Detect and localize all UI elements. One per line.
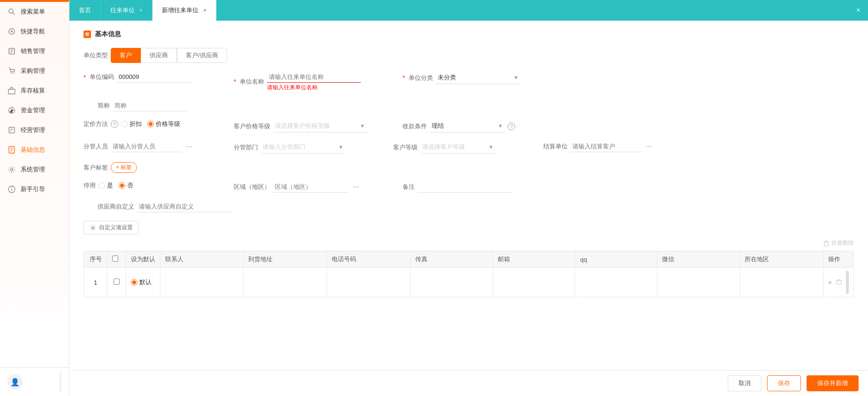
settlement-unit-field: 结算单位 ··· xyxy=(543,141,652,152)
sidebar-item-inventory[interactable]: 库存核算 xyxy=(0,81,69,101)
department-select[interactable]: 请输入分管部门 ▼ xyxy=(261,141,345,154)
save-new-btn[interactable]: 保存并新增 xyxy=(807,375,859,391)
customer-level-placeholder: 请选择客户等级 xyxy=(422,143,487,151)
sidebar-item-base-info-label: 基础信息 xyxy=(21,146,45,154)
region-input[interactable] xyxy=(273,181,348,193)
settlement-unit-label: 结算单位 xyxy=(543,142,568,151)
form-row-unit-info: * 单位编码 * 单位名称 请输入往来单位名称 * 单位分类 未分类 ▼ xyxy=(84,71,854,92)
disabled-no-label: 否 xyxy=(127,181,133,190)
unit-category-required: * xyxy=(403,74,405,81)
manager-input[interactable] xyxy=(111,141,181,152)
settings-row: 自定义项设置 xyxy=(84,221,854,234)
sidebar-scroll[interactable] xyxy=(60,373,61,391)
row-seq: 1 xyxy=(84,268,107,297)
customer-level-select[interactable]: 请选择客户等级 ▼ xyxy=(420,141,495,154)
operations-icon xyxy=(8,126,16,134)
type-btn-customer[interactable]: 客户 xyxy=(111,48,141,63)
row-default-radio[interactable]: 默认 xyxy=(131,278,155,287)
sidebar-item-new-guide[interactable]: 新手引导 xyxy=(0,179,69,199)
row-wechat-input[interactable] xyxy=(662,279,735,286)
save-btn[interactable]: 保存 xyxy=(767,375,801,391)
pricing-discount-radio[interactable]: 折扣 xyxy=(121,120,142,128)
type-btn-both[interactable]: 客户/供应商 xyxy=(177,48,227,63)
row-email-input[interactable] xyxy=(498,279,571,286)
row-qq-cell[interactable] xyxy=(575,268,657,297)
form-row-tags: 客户标签 + 标签 xyxy=(84,162,854,173)
sidebar-item-operations[interactable]: 经营管理 xyxy=(0,120,69,140)
sidebar-item-new-guide-label: 新手引导 xyxy=(21,185,45,194)
col-email: 邮箱 xyxy=(493,251,575,268)
row-fax-cell[interactable] xyxy=(411,268,493,297)
sidebar-item-search[interactable]: 搜索菜单 xyxy=(0,2,69,22)
customer-level-label: 客户等级 xyxy=(393,143,418,152)
sidebar-item-base-info[interactable]: 基础信息 xyxy=(0,140,69,160)
pricing-help-icon[interactable]: ? xyxy=(111,120,118,128)
tab-contacts[interactable]: 往来单位 × xyxy=(101,0,152,21)
row-contact-cell[interactable] xyxy=(160,268,244,297)
disabled-label: 停用 xyxy=(84,181,96,190)
sidebar-item-finance[interactable]: 资金管理 xyxy=(0,101,69,120)
row-region-input[interactable] xyxy=(745,279,818,286)
sidebar-item-purchase[interactable]: 采购管理 xyxy=(0,61,69,81)
payment-terms-arrow: ▼ xyxy=(498,123,503,129)
tab-new-contact-label: 新增往来单位 xyxy=(162,6,198,15)
custom-settings-btn[interactable]: 自定义项设置 xyxy=(84,221,139,234)
col-contact: 联系人 xyxy=(160,251,244,268)
manager-more-btn[interactable]: ··· xyxy=(186,142,192,151)
row-wechat-cell[interactable] xyxy=(657,268,739,297)
inventory-icon xyxy=(8,86,16,95)
row-fax-input[interactable] xyxy=(415,279,488,286)
tab-bar-close-btn[interactable]: × xyxy=(849,0,868,21)
row-add-btn[interactable]: + xyxy=(828,279,832,286)
disabled-no-radio[interactable]: 否 xyxy=(119,181,133,190)
payment-terms-value: 现结 xyxy=(432,122,496,130)
sidebar-item-sales[interactable]: 销售管理 xyxy=(0,41,69,61)
unit-category-field: * 单位分类 未分类 ▼ xyxy=(403,71,520,84)
payment-terms-help-icon[interactable]: ? xyxy=(508,123,515,130)
disabled-yes-radio[interactable]: 是 xyxy=(99,181,113,190)
unit-code-label: 单位编码 xyxy=(90,73,114,81)
row-email-cell[interactable] xyxy=(493,268,575,297)
row-address-input[interactable] xyxy=(248,279,322,286)
supplier-custom-input[interactable] xyxy=(137,201,231,212)
row-contact-input[interactable] xyxy=(165,279,238,286)
department-field: 分管部门 请输入分管部门 ▼ xyxy=(234,141,374,154)
region-label: 区域（地区） xyxy=(234,183,270,191)
tab-contacts-close[interactable]: × xyxy=(139,7,143,14)
settlement-unit-more-btn[interactable]: ··· xyxy=(646,142,652,151)
row-delete-btn[interactable] xyxy=(836,279,842,287)
section-icon xyxy=(84,31,91,38)
tab-new-contact[interactable]: 新增往来单位 × xyxy=(152,0,216,21)
customer-level-field: 客户等级 请选择客户等级 ▼ xyxy=(393,141,525,154)
type-btn-supplier[interactable]: 供应商 xyxy=(141,48,177,63)
select-all-checkbox[interactable] xyxy=(112,256,118,262)
region-more-btn[interactable]: ··· xyxy=(353,183,359,191)
unit-code-input[interactable] xyxy=(117,71,192,83)
tab-home[interactable]: 首页 xyxy=(69,0,101,21)
tab-new-contact-close[interactable]: × xyxy=(203,7,206,14)
row-phone-cell[interactable] xyxy=(327,268,410,297)
row-scrollbar[interactable] xyxy=(846,271,849,294)
unit-name-input[interactable] xyxy=(267,71,361,83)
row-qq-input[interactable] xyxy=(580,279,652,286)
pricing-level-radio[interactable]: 价格等级 xyxy=(147,120,180,128)
row-address-cell[interactable] xyxy=(243,268,327,297)
unit-category-select[interactable]: 未分类 ▼ xyxy=(436,71,520,84)
batch-delete-label[interactable]: 批量删除 xyxy=(831,239,854,247)
remark-input[interactable] xyxy=(418,181,511,193)
sidebar-item-system[interactable]: 系统管理 xyxy=(0,160,69,179)
cancel-btn[interactable]: 取消 xyxy=(728,375,761,391)
unit-category-arrow: ▼ xyxy=(513,75,518,80)
payment-terms-select[interactable]: 现结 ▼ xyxy=(430,120,505,132)
col-qq: qq xyxy=(575,251,657,268)
svg-rect-13 xyxy=(824,242,828,246)
add-tag-btn[interactable]: + 标签 xyxy=(111,162,137,173)
sidebar-item-quick-nav[interactable]: 快捷导航 xyxy=(0,22,69,41)
row-phone-input[interactable] xyxy=(332,279,405,286)
settlement-unit-input[interactable] xyxy=(571,141,641,152)
row-checkbox[interactable] xyxy=(114,279,120,285)
sidebar-item-sales-label: 销售管理 xyxy=(21,47,45,55)
row-region-cell[interactable] xyxy=(739,268,823,297)
alias-input[interactable] xyxy=(113,100,188,111)
customer-price-level-select[interactable]: 请选择客户价格等级 ▼ xyxy=(273,120,367,132)
